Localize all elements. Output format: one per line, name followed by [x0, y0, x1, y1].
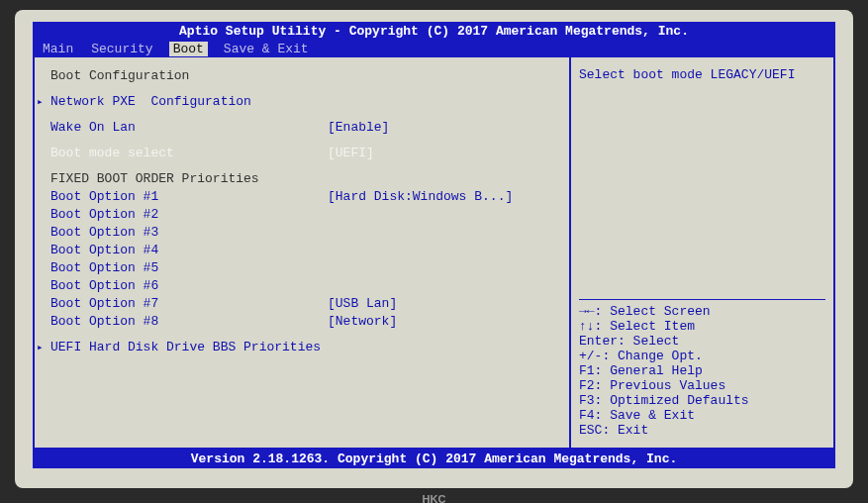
key-f2: F2: Previous Values [579, 378, 825, 393]
key-change-opt: +/-: Change Opt. [579, 349, 825, 363]
boot-option-7-value: [USB Lan] [328, 295, 561, 313]
value-wake-on-lan: [Enable] [328, 119, 561, 137]
key-enter: Enter: Select [579, 334, 825, 349]
item-boot-mode-select[interactable]: Boot mode select [50, 145, 328, 162]
tab-main[interactable]: Main [41, 42, 75, 56]
item-network-pxe[interactable]: Network PXE Configuration [50, 93, 328, 111]
menu-tabs: Main Security Boot Save & Exit [33, 41, 835, 57]
bios-screen: Aptio Setup Utility - Copyright (C) 2017… [15, 10, 853, 488]
key-f4: F4: Save & Exit [579, 408, 825, 423]
boot-option-2-value [328, 206, 561, 224]
section-boot-config: Boot Configuration [50, 67, 328, 85]
key-legend: →←: Select Screen ↑↓: Select Item Enter:… [579, 295, 825, 438]
bios-footer: Version 2.18.1263. Copyright (C) 2017 Am… [33, 450, 835, 468]
boot-option-4[interactable]: Boot Option #4 [50, 242, 328, 259]
section-boot-order: FIXED BOOT ORDER Priorities [50, 170, 561, 188]
tab-security[interactable]: Security [89, 42, 154, 56]
boot-option-4-value [328, 242, 561, 259]
boot-option-1[interactable]: Boot Option #1 [50, 188, 328, 206]
boot-option-6[interactable]: Boot Option #6 [50, 277, 328, 295]
key-select-item: ↑↓: Select Item [579, 319, 825, 334]
boot-option-6-value [328, 277, 561, 295]
boot-option-5[interactable]: Boot Option #5 [50, 259, 328, 277]
boot-option-7[interactable]: Boot Option #7 [50, 295, 328, 313]
boot-option-1-value: [Hard Disk:Windows B...] [328, 188, 561, 206]
monitor-brand: HKC [423, 493, 446, 503]
boot-option-8[interactable]: Boot Option #8 [50, 313, 328, 331]
settings-panel: Boot Configuration Network PXE Configura… [35, 57, 571, 448]
bios-title: Aptio Setup Utility - Copyright (C) 2017… [33, 22, 835, 41]
help-text: Select boot mode LEGACY/UEFI [579, 67, 825, 82]
value-boot-mode-select: [UEFI] [328, 145, 561, 162]
boot-option-2[interactable]: Boot Option #2 [50, 206, 328, 224]
boot-option-3[interactable]: Boot Option #3 [50, 224, 328, 242]
boot-option-3-value [328, 224, 561, 242]
key-f3: F3: Optimized Defaults [579, 393, 825, 408]
help-panel: Select boot mode LEGACY/UEFI →←: Select … [571, 57, 833, 448]
key-esc: ESC: Exit [579, 423, 825, 438]
tab-save-exit[interactable]: Save & Exit [222, 42, 311, 56]
item-uefi-bbs-priorities[interactable]: UEFI Hard Disk Drive BBS Priorities [50, 339, 561, 356]
tab-boot[interactable]: Boot [169, 42, 208, 56]
key-f1: F1: General Help [579, 363, 825, 378]
boot-option-8-value: [Network] [328, 313, 561, 331]
item-wake-on-lan[interactable]: Wake On Lan [50, 119, 328, 137]
key-select-screen: →←: Select Screen [579, 304, 825, 319]
boot-option-5-value [328, 259, 561, 277]
bios-body: Boot Configuration Network PXE Configura… [33, 57, 835, 450]
